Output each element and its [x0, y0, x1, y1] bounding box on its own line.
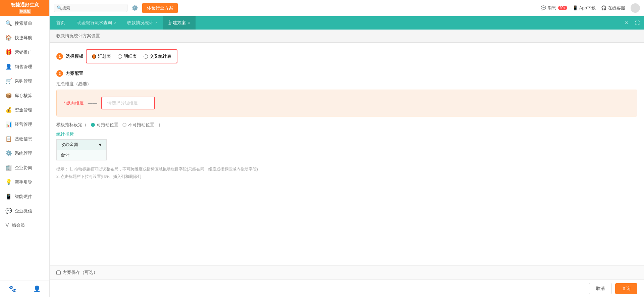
radio-summary[interactable]: 汇总表 [92, 53, 111, 59]
tab-bank-flow[interactable]: 现金银行流水查询× [72, 16, 122, 30]
sidebar-label-guide: 新手引导 [15, 179, 32, 185]
step2-header: 2 方案配置 [56, 70, 637, 77]
tab-close-bank-flow[interactable]: × [114, 20, 116, 25]
save-checkbox-input[interactable] [56, 270, 61, 275]
sidebar-bottom: 🐾 👤 [0, 281, 49, 297]
query-button[interactable]: 查询 [615, 283, 637, 294]
stats-table-row: 合计 [57, 150, 106, 160]
sidebar-item-sales[interactable]: 👤销售管理 [0, 59, 49, 74]
step1-title: 选择模板 [66, 53, 83, 59]
sidebar-icon-marketing: 🎁 [5, 49, 12, 55]
radio-cross-label: 交叉统计表 [150, 53, 171, 59]
close-tab-icon[interactable]: ✕ [623, 19, 631, 27]
sidebar-icon-system: ⚙️ [5, 150, 12, 156]
sidebar: 畅捷通好生意 标准版 🔍搜索菜单🏠快捷导航🎁营销推广👤销售管理🛒采购管理📦库存核… [0, 0, 50, 297]
toggle-fixed-label: 不可拖动位置 [128, 122, 154, 128]
sidebar-item-basic-info[interactable]: 📋基础信息 [0, 132, 49, 146]
sidebar-label-purchase: 采购管理 [15, 78, 32, 84]
sidebar-item-inventory[interactable]: 📦库存核算 [0, 88, 49, 103]
radio-cross[interactable]: 交叉统计表 [144, 53, 171, 59]
logo-tag: 标准版 [19, 9, 31, 14]
tab-label-home: 首页 [56, 20, 65, 26]
dimension-arrow: —— [88, 100, 97, 106]
sidebar-item-search-menu[interactable]: 🔍搜索菜单 [0, 16, 49, 31]
trial-button[interactable]: 体验行业方案 [142, 3, 178, 13]
radio-detail-input[interactable] [118, 54, 122, 59]
dimension-row: * 纵向维度 —— 请选择分组维度 [63, 97, 155, 109]
stats-column-header: 收款金额 [61, 142, 78, 148]
toggle-draggable-dot [91, 123, 95, 127]
footer-section: 方案保存（可选） [50, 265, 644, 280]
dimension-select[interactable]: 请选择分组维度 [101, 97, 155, 109]
search-input[interactable] [62, 6, 124, 10]
search-box[interactable]: 🔍 [54, 4, 127, 12]
sidebar-label-finance: 资金管理 [15, 107, 32, 113]
sidebar-item-marketing[interactable]: 🎁营销推广 [0, 45, 49, 59]
sidebar-item-enterprise[interactable]: 🏢企业协同 [0, 160, 49, 175]
step2-section: 2 方案配置 汇总维度（必选） * 纵向维度 —— 请选择分组维度 [56, 70, 637, 180]
sidebar-icon-member: V [5, 222, 9, 228]
topbar-right: 💬 消息 99+ 📱 App下载 🎧 在线客服 [541, 3, 640, 13]
user-avatar[interactable] [631, 3, 640, 13]
metrics-toggle-row: 模板指标设定（ 可拖动位置 不可拖动位置 ） [56, 122, 637, 128]
sidebar-item-member[interactable]: V畅会员 [0, 218, 49, 232]
sidebar-item-finance[interactable]: 💰资金管理 [0, 103, 49, 117]
save-checkbox-label: 方案保存（可选） [63, 269, 98, 276]
sidebar-icon-search-menu: 🔍 [5, 20, 12, 27]
message-label: 消息 [547, 5, 556, 11]
tab-collection-stat[interactable]: 收款情况统计× [122, 16, 163, 30]
sidebar-item-purchase[interactable]: 🛒采购管理 [0, 74, 49, 88]
search-icon: 🔍 [57, 5, 62, 10]
radio-summary-input[interactable] [92, 54, 96, 59]
toggle-draggable-label: 可拖动位置 [97, 122, 118, 128]
sidebar-label-operation: 经营管理 [15, 121, 32, 128]
settings-icon[interactable]: ⚙️ [130, 3, 140, 13]
stats-table-header[interactable]: 收款金额 ▼ [57, 140, 106, 150]
sidebar-icon-sales: 👤 [5, 63, 12, 70]
tab-new-plan[interactable]: 新建方案× [163, 16, 196, 30]
toggle-fixed[interactable]: 不可拖动位置 [122, 122, 154, 128]
message-item[interactable]: 💬 消息 99+ [541, 5, 567, 11]
sidebar-item-operation[interactable]: 📊经营管理 [0, 117, 49, 132]
sidebar-icon-hardware: 📱 [5, 193, 12, 200]
sidebar-icon-finance: 💰 [5, 107, 12, 113]
online-service-item[interactable]: 🎧 在线客服 [601, 5, 625, 11]
stats-label: 统计指标 [56, 131, 637, 137]
content-header: 收款情况统计方案设置 [50, 30, 644, 43]
sidebar-item-system[interactable]: ⚙️系统管理 [0, 146, 49, 160]
online-service-label: 在线客服 [608, 5, 625, 11]
topbar: 🔍 ⚙️ 体验行业方案 💬 消息 99+ 📱 App下载 🎧 在线客服 [50, 0, 644, 16]
sidebar-bottom-icon-2[interactable]: 👤 [32, 284, 42, 294]
dimension-area: * 纵向维度 —— 请选择分组维度 [56, 90, 637, 116]
step2-title: 方案配置 [66, 70, 83, 77]
sidebar-label-member: 畅会员 [12, 222, 25, 228]
sidebar-item-hardware[interactable]: 📱智能硬件 [0, 189, 49, 204]
radio-cross-input[interactable] [144, 54, 148, 59]
cancel-button[interactable]: 取消 [589, 283, 612, 294]
expand-tab-icon[interactable]: ⛶ [633, 19, 641, 27]
app-download-item[interactable]: 📱 App下载 [573, 5, 596, 11]
sidebar-label-marketing: 营销推广 [15, 49, 32, 55]
sidebar-label-quick-nav: 快捷导航 [15, 35, 32, 41]
toggle-draggable[interactable]: 可拖动位置 [91, 122, 118, 128]
save-option-checkbox[interactable]: 方案保存（可选） [56, 269, 98, 276]
tabs-right-controls: ✕ ⛶ [623, 16, 644, 30]
logo-title: 畅捷通好生意 [11, 2, 39, 8]
tab-close-collection-stat[interactable]: × [155, 20, 158, 25]
sidebar-icon-operation: 📊 [5, 121, 12, 128]
tab-home[interactable]: 首页 [50, 16, 72, 30]
vertical-dimension-label: * 纵向维度 [63, 100, 84, 106]
sidebar-item-weixin[interactable]: 💬企业微信 [0, 204, 49, 218]
sidebar-label-search-menu: 搜索菜单 [15, 20, 32, 27]
sidebar-bottom-icon-1[interactable]: 🐾 [7, 284, 18, 294]
message-icon: 💬 [541, 5, 546, 10]
dimension-placeholder: 请选择分组维度 [107, 100, 138, 105]
stats-dropdown-icon[interactable]: ▼ [98, 142, 102, 147]
sidebar-item-quick-nav[interactable]: 🏠快捷导航 [0, 31, 49, 45]
app-download-label: App下载 [579, 5, 596, 11]
sidebar-label-enterprise: 企业协同 [15, 165, 32, 171]
sidebar-item-guide[interactable]: 💡新手引导 [0, 175, 49, 189]
tab-close-new-plan[interactable]: × [188, 20, 190, 25]
sidebar-icon-inventory: 📦 [5, 92, 12, 99]
radio-detail[interactable]: 明细表 [118, 53, 137, 59]
